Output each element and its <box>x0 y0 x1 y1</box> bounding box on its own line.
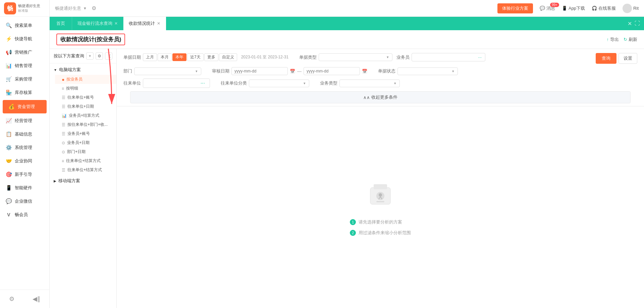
app-download-label: App下载 <box>569 5 585 11</box>
industry-btn[interactable]: 体验行业方案 <box>497 3 533 13</box>
topbar-breadcrumb: 畅捷通好生意 <box>55 5 81 11</box>
partner-dots-btn[interactable]: ··· <box>201 80 205 86</box>
voucher-type-dropdown-arrow: ▾ <box>387 55 389 59</box>
logo-icon: 畅 <box>4 2 16 14</box>
search-icon: 🔍 <box>5 22 12 29</box>
sidebar-item-newbie[interactable]: 🎯 新手引导 <box>0 168 49 181</box>
partner-dept-icon: ☰ <box>62 122 65 127</box>
msg-btn[interactable]: 💬 消息 99+ <box>540 5 555 11</box>
date-btn-this-month[interactable]: 本月 <box>158 53 172 61</box>
sidebar-item-finance[interactable]: 💰 资金管理 <box>3 100 47 113</box>
sidebar-item-member[interactable]: V 畅会员 <box>0 208 49 221</box>
collapse-bottom-btn[interactable]: ◀‖ <box>31 293 42 305</box>
topbar-right-actions: 体验行业方案 💬 消息 99+ 📱 App下载 🎧 在线客服 Rit <box>497 3 639 13</box>
gear-icon[interactable]: ⚙ <box>92 5 96 11</box>
tabbar: 首页 现金银行流水查询 ✕ 收款情况统计 ✕ ✕ ⛶ <box>50 17 644 30</box>
collapse-label: 收起更多条件 <box>371 94 397 100</box>
sidebar-item-marketing[interactable]: 📢 营销推广 <box>0 46 49 59</box>
salesperson-more-btn[interactable]: ··· <box>478 55 482 60</box>
sidebar-item-basic[interactable]: 📋 基础信息 <box>0 127 49 141</box>
tree-item-partner-dept[interactable]: ☰ 按往来单位+部门+收... <box>55 120 116 129</box>
audit-date-from[interactable] <box>231 67 288 75</box>
date-btn-7days[interactable]: 近7天 <box>187 53 204 61</box>
tree-item-sales-settlement[interactable]: 📊 业务员+结算方式 <box>55 111 116 120</box>
cal-icon-to[interactable]: 📅 <box>362 69 367 74</box>
tree-mobile-label: 移动端方案 <box>58 178 80 184</box>
tree-node-mobile[interactable]: ▶ 移动端方案 <box>50 176 116 186</box>
sidebar-item-wechat[interactable]: 💬 企业微信 <box>0 195 49 208</box>
date-btn-last-month[interactable]: 上月 <box>143 53 157 61</box>
tree-item-partner-account[interactable]: ☰ 往来单位+账号 <box>55 93 116 102</box>
refresh-btn[interactable]: ↻ 刷新 <box>624 37 637 43</box>
tree-item-dept-date[interactable]: ⊙ 部门+日期 <box>55 147 116 156</box>
date-btn-this-year[interactable]: 本年 <box>172 53 186 61</box>
app-download-btn[interactable]: 📱 App下载 <box>562 5 585 11</box>
dept-select[interactable]: ▾ <box>134 67 201 75</box>
sidebar-item-warehouse[interactable]: 🏪 库存核算 <box>0 86 49 99</box>
tree-item-by-salesperson[interactable]: ● 按业务员 <box>55 75 116 84</box>
business-type-select[interactable]: ▾ <box>339 80 400 87</box>
tree-item-sales-account[interactable]: ☰ 业务员+账号 <box>55 129 116 138</box>
user-area[interactable]: Rit <box>623 4 639 13</box>
tab-close-all-icon[interactable]: ✕ <box>628 20 632 27</box>
query-btn[interactable]: 查询 <box>596 53 616 64</box>
partner-account-icon: ☰ <box>62 95 65 100</box>
tree-item-partner-settle1[interactable]: ≡ 往来单位+结算方式 <box>55 156 116 165</box>
tab-collection-stat[interactable]: 收款情况统计 ✕ <box>123 17 166 30</box>
tab-bank-flow[interactable]: 现金银行流水查询 ✕ <box>72 17 123 30</box>
tree-item-label: 往来单位+账号 <box>67 95 94 100</box>
svg-rect-1 <box>374 184 387 189</box>
finance-icon: 💰 <box>8 103 15 110</box>
tabbar-right: ✕ ⛶ <box>628 20 644 27</box>
voucher-type-select[interactable]: ▾ <box>319 53 392 61</box>
partner-category-arrow: ▾ <box>304 81 306 86</box>
settings-scheme-btn[interactable]: ⚙ <box>96 52 103 60</box>
topbar: 畅捷通好生意 ▾ ⚙ 体验行业方案 💬 消息 99+ 📱 App下载 🎧 在线客… <box>50 0 644 17</box>
tree-node-pc[interactable]: ▼ 电脑端方案 <box>50 65 116 75</box>
sidebar-item-label: 新手引导 <box>15 171 32 177</box>
sidebar-item-purchase[interactable]: 🛒 采购管理 <box>0 72 49 86</box>
partner-category-select[interactable]: ▾ <box>249 80 309 87</box>
tree-item-by-detail[interactable]: ≡ 按明细 <box>55 84 116 93</box>
sidebar-item-corp[interactable]: 🤝 企业协同 <box>0 154 49 168</box>
salesperson-label: 业务员 <box>396 54 410 60</box>
tree-item-partner-settle2[interactable]: ☰ 往来单位+结算方式 <box>55 165 116 174</box>
tab-expand-icon[interactable]: ⛶ <box>635 20 640 27</box>
settings-btn[interactable]: 设置 <box>619 53 637 64</box>
date-btn-custom[interactable]: 自定义 <box>219 53 237 61</box>
hardware-icon: 📱 <box>5 185 12 191</box>
salesperson-select[interactable]: ··· <box>412 53 485 61</box>
sidebar-item-search[interactable]: 🔍 搜索菜单 <box>0 19 49 32</box>
sales-icon: 📊 <box>5 62 12 69</box>
sidebar-item-label: 基础信息 <box>15 131 32 137</box>
tree-item-partner-date[interactable]: ☰ 往来单位+日期 <box>55 102 116 111</box>
msg-icon: 💬 <box>540 6 545 11</box>
tree-item-sales-date[interactable]: ⊙ 业务员+日期 <box>55 138 116 147</box>
logo-badge: 标准版 <box>18 8 40 13</box>
voucher-status-select[interactable]: ▾ <box>397 67 458 75</box>
tab-bank-flow-close[interactable]: ✕ <box>114 21 118 26</box>
tab-collection-stat-close[interactable]: ✕ <box>157 21 160 26</box>
dropdown-icon[interactable]: ▾ <box>84 6 86 11</box>
sidebar-item-system[interactable]: ⚙️ 系统管理 <box>0 141 49 154</box>
sidebar-item-operation[interactable]: 📈 经营管理 <box>0 114 49 127</box>
sidebar-item-quicknav[interactable]: ⚡ 快捷导航 <box>0 32 49 46</box>
collapse-panel-btn[interactable]: 《 <box>105 52 112 60</box>
audit-date-to[interactable] <box>304 67 360 75</box>
add-scheme-btn[interactable]: + <box>86 52 94 60</box>
sidebar-nav: 🔍 搜索菜单 ⚡ 快捷导航 📢 营销推广 📊 销售管理 🛒 采购管理 🏪 库存核… <box>0 17 49 290</box>
tab-home[interactable]: 首页 <box>50 17 72 30</box>
sidebar-item-sales[interactable]: 📊 销售管理 <box>0 59 49 72</box>
scheme-tree: ▼ 电脑端方案 ● 按业务员 ≡ 按明细 ☰ <box>50 63 116 308</box>
date-btn-more[interactable]: 更多 <box>204 53 218 61</box>
tree-pc-label: 电脑端方案 <box>59 67 81 73</box>
tip-text-1: 请先选择要分析的方案 <box>359 218 402 226</box>
partner-select[interactable]: ··· <box>143 79 210 88</box>
cal-icon-from[interactable]: 📅 <box>290 69 295 74</box>
collapse-bar[interactable]: ∧∧ 收起更多条件 <box>130 91 631 103</box>
tip-num-2: 2 <box>350 230 356 236</box>
settings-bottom-btn[interactable]: ⚙ <box>7 293 16 305</box>
export-btn[interactable]: ↑ 导出 <box>607 37 619 43</box>
online-service-btn[interactable]: 🎧 在线客服 <box>592 5 616 11</box>
sidebar-item-hardware[interactable]: 📱 智能硬件 <box>0 181 49 195</box>
